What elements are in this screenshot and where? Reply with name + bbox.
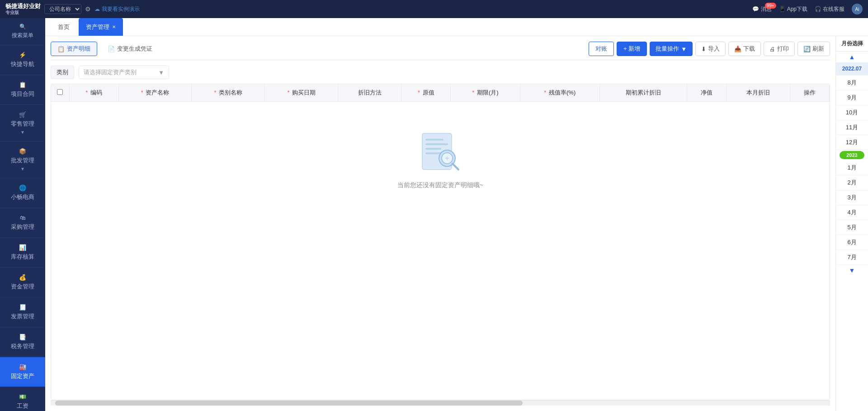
month-item-2023-3[interactable]: 3月 [836, 190, 868, 205]
svg-rect-2 [425, 143, 448, 145]
message-icon: 💬 [752, 6, 759, 12]
finance-icon: 💰 [19, 274, 26, 281]
month-item-2023-1[interactable]: 1月 [836, 161, 868, 175]
cloud-icon: ☁ [94, 6, 100, 12]
search-icon: 🔍 [19, 24, 26, 30]
settings-icon[interactable]: ⚙ [85, 5, 91, 13]
phone-icon: 📱 [779, 6, 786, 12]
tab-bar: 首页 资产管理 ✕ [45, 18, 868, 36]
reconcile-button[interactable]: 对账 [589, 42, 614, 56]
empty-text: 当前您还没有固定资产明细哦~ [397, 181, 483, 189]
month-panel-title: 月份选择 [836, 36, 868, 52]
sidebar: 🔍 搜索菜单 ⚡ 快捷导航 📋 项目合同 🛒 零售管理 ▼ 📦 批发管理 ▼ 🌐… [0, 18, 45, 411]
month-item-2023-7[interactable]: 7月 [836, 250, 868, 265]
th-checkbox [51, 84, 69, 102]
th-category: * 类别名称 [192, 84, 265, 102]
month-nav-down-button[interactable]: ▼ [836, 265, 868, 276]
subtab-change-voucher[interactable]: 📄 变更生成凭证 [101, 42, 159, 56]
th-net-value: 净值 [687, 84, 726, 102]
inventory-icon: 📊 [19, 244, 26, 251]
month-nav-up-button[interactable]: ▲ [836, 52, 868, 62]
th-code: * 编码 [69, 84, 118, 102]
month-item-9[interactable]: 9月 [836, 90, 868, 105]
fixed-assets-icon: 🏭 [19, 364, 26, 370]
retail-icon: 🛒 [19, 111, 26, 118]
sidebar-item-search[interactable]: 🔍 搜索菜单 [0, 18, 45, 45]
tab-close-icon[interactable]: ✕ [112, 24, 116, 29]
quick-nav-icon: ⚡ [19, 52, 26, 58]
company-dropdown[interactable]: 公司名称 [44, 4, 81, 14]
subtab-asset-detail[interactable]: 📋 资产明细 [51, 42, 97, 56]
sidebar-item-purchase[interactable]: 🛍 采购管理 [0, 208, 45, 238]
wholesale-icon: 📦 [19, 148, 26, 155]
batch-button[interactable]: 批量操作 ▼ [650, 42, 693, 56]
th-name: * 资产名称 [118, 84, 192, 102]
th-purchase-date: * 购买日期 [265, 84, 338, 102]
th-original-value: * 原值 [401, 84, 451, 102]
month-item-8[interactable]: 8月 [836, 76, 868, 90]
top-bar-left: 畅捷通好业财 专业版 公司名称 ⚙ ☁ 我要看实例演示 [5, 3, 748, 15]
refresh-button[interactable]: 🔄 刷新 [797, 42, 830, 56]
sidebar-item-quick-nav[interactable]: ⚡ 快捷导航 [0, 45, 45, 75]
toolbar-right: 对账 + 新增 批量操作 ▼ ⬇ 导入 📥 下载 [589, 42, 830, 56]
print-icon: 🖨 [769, 46, 775, 52]
month-item-2023-2[interactable]: 2月 [836, 175, 868, 190]
year-2023-badge: 2023 [840, 151, 864, 160]
retail-arrow-icon: ▼ [20, 130, 25, 135]
message-badge: 99+ [765, 3, 776, 9]
select-all-checkbox[interactable] [57, 89, 63, 95]
content-area: 首页 资产管理 ✕ 📋 资产明细 📄 变更生成凭证 [45, 18, 868, 411]
headset-icon: 🎧 [815, 6, 821, 12]
add-button[interactable]: + 新增 [617, 42, 647, 56]
svg-line-7 [453, 164, 458, 170]
sidebar-item-tax[interactable]: 📑 税务管理 [0, 327, 45, 357]
main-layout: 🔍 搜索菜单 ⚡ 快捷导航 📋 项目合同 🛒 零售管理 ▼ 📦 批发管理 ▼ 🌐… [0, 18, 868, 411]
top-bar-right: 💬 消息 99+ 📱 App下载 🎧 在线客服 Ai [752, 4, 863, 14]
doc-icon: 📄 [108, 46, 115, 52]
month-item-2023-4[interactable]: 4月 [836, 205, 868, 220]
category-label: 类别 [51, 66, 74, 79]
sidebar-item-ecommerce[interactable]: 🌐 小畅电商 [0, 178, 45, 208]
month-item-11[interactable]: 11月 [836, 120, 868, 135]
top-bar: 畅捷通好业财 专业版 公司名称 ⚙ ☁ 我要看实例演示 💬 消息 99+ 📱 A… [0, 0, 868, 18]
demo-link[interactable]: ☁ 我要看实例演示 [94, 5, 140, 13]
inner-content: 📋 资产明细 📄 变更生成凭证 对账 + 新增 批量操作 ▼ [45, 36, 835, 411]
assets-table: * 编码 * 资产名称 * 类别名称 [51, 84, 830, 217]
month-item-12[interactable]: 12月 [836, 135, 868, 150]
month-item-2023-6[interactable]: 6月 [836, 235, 868, 250]
online-service-button[interactable]: 🎧 在线客服 [815, 5, 844, 13]
table-header-row: * 编码 * 资产名称 * 类别名称 [51, 84, 830, 102]
sidebar-item-retail[interactable]: 🛒 零售管理 ▼ [0, 105, 45, 142]
month-item-10[interactable]: 10月 [836, 105, 868, 120]
th-residual-rate: * 残值率(%) [520, 84, 600, 102]
print-button[interactable]: 🖨 打印 [764, 42, 795, 56]
import-button[interactable]: ⬇ 导入 [695, 42, 726, 56]
page-content: 📋 资产明细 📄 变更生成凭证 对账 + 新增 批量操作 ▼ [45, 36, 868, 411]
sidebar-item-fixed-assets[interactable]: 🏭 固定资产 [0, 357, 45, 387]
sidebar-item-finance[interactable]: 💰 资金管理 [0, 268, 45, 298]
table-container: * 编码 * 资产名称 * 类别名称 [51, 84, 830, 400]
download-button[interactable]: 📥 下载 [728, 42, 761, 56]
message-button[interactable]: 💬 消息 99+ [752, 5, 772, 13]
sidebar-item-salary[interactable]: 💵 工资 [0, 387, 45, 411]
download-icon: 📥 [734, 46, 741, 52]
app-title: 畅捷通好业财 专业版 [5, 3, 41, 15]
month-item-2023-5[interactable]: 5月 [836, 220, 868, 235]
tab-assets[interactable]: 资产管理 ✕ [79, 18, 123, 36]
th-period: * 期限(月) [451, 84, 520, 102]
th-operation: 操作 [790, 84, 829, 102]
th-accumulated: 期初累计折旧 [600, 84, 687, 102]
category-select[interactable]: 请选择固定资产类别 ▼ [79, 66, 169, 79]
app-download-button[interactable]: 📱 App下载 [779, 5, 807, 13]
tab-home[interactable]: 首页 [51, 18, 77, 36]
batch-dropdown-icon: ▼ [681, 46, 687, 52]
sidebar-item-wholesale[interactable]: 📦 批发管理 ▼ [0, 142, 45, 178]
user-avatar[interactable]: Ai [852, 4, 863, 14]
bottom-scroll[interactable] [51, 400, 830, 406]
import-icon: ⬇ [701, 46, 706, 52]
sidebar-item-invoice[interactable]: 🧾 发票管理 [0, 298, 45, 327]
month-item-current[interactable]: 2022.07 [836, 62, 868, 76]
sidebar-item-project[interactable]: 📋 项目合同 [0, 75, 45, 105]
th-monthly-depreciation: 本月折旧 [726, 84, 790, 102]
sidebar-item-inventory[interactable]: 📊 库存核算 [0, 238, 45, 268]
